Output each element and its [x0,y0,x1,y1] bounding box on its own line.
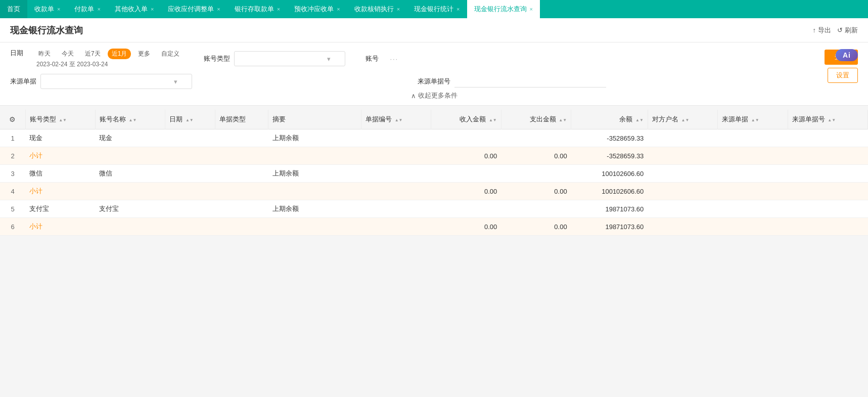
account-label: 账号 [366,54,386,63]
col-account-name[interactable]: 账号名称 ▲▼ [95,110,165,129]
cell-balance: -3528659.33 [571,147,648,165]
cell-doc-type [215,183,268,200]
close-icon[interactable]: × [97,6,100,12]
refresh-icon: ↺ [837,26,843,34]
cell-counterpart [648,218,717,236]
cell-expense: 0.00 [501,183,571,200]
cell-date [165,147,215,165]
cell-source-doc [718,165,788,183]
cell-income: 0.00 [431,218,501,236]
date-btn-custom[interactable]: 自定义 [157,49,184,59]
close-icon[interactable]: × [456,6,460,12]
cell-expense [501,165,571,183]
settings-button[interactable]: 设置 [828,68,858,83]
close-icon[interactable]: × [337,6,340,12]
col-settings[interactable]: ⚙ [0,110,25,129]
nav-item-qitashouru[interactable]: 其他收入单 × [108,0,161,18]
nav-home[interactable]: 首页 [0,0,27,18]
cell-source-doc [718,218,788,236]
col-doc-no[interactable]: 单据编号 ▲▼ [361,110,431,129]
col-counterpart[interactable]: 对方户名 ▲▼ [648,110,717,129]
cell-income [431,165,501,183]
export-label: 导出 [818,26,831,35]
cell-date [165,165,215,183]
sort-arrows: ▲▼ [395,118,403,122]
nav-item-shoukuanhesuozhixing[interactable]: 收款核销执行 × [347,0,407,18]
cell-summary [268,183,361,200]
cell-balance: 100102606.60 [571,165,648,183]
cell-income: 0.00 [431,147,501,165]
export-button[interactable]: ↑ 导出 [813,26,832,35]
date-range-display: 2023-02-24 至 2023-03-24 [36,60,184,69]
cell-counterpart [648,200,717,218]
nav-item-shoukuandan[interactable]: 收款单 × [27,0,67,18]
cell-source-doc [718,147,788,165]
column-settings-icon[interactable]: ⚙ [9,115,16,123]
table-row: 1现金现金上期余额-3528659.33 [0,129,868,147]
col-summary[interactable]: 摘要 [268,110,361,129]
cell-doc-no [361,147,431,165]
cell-income [431,129,501,147]
close-icon[interactable]: × [530,6,533,12]
table-row: 4小计0.000.00100102606.60 [0,183,868,200]
cell-counterpart [648,183,717,200]
sort-arrows: ▲▼ [681,118,689,122]
source-doc-no-input[interactable] [454,75,606,87]
nav-item-xianjinyinhang-tongji[interactable]: 现金银行统计 × [407,0,467,18]
page-title: 现金银行流水查询 [10,24,83,36]
cell-account-name [95,183,165,200]
col-date[interactable]: 日期 ▲▼ [165,110,215,129]
date-btn-7days[interactable]: 近7天 [81,49,105,59]
cell-doc-type [215,165,268,183]
filter-area: 日期 昨天 今天 近7天 近1月 更多 自定义 2023-02-24 至 202… [0,42,868,106]
cell-doc-no [361,165,431,183]
close-icon[interactable]: × [397,6,400,12]
cell-balance: 19871073.60 [571,200,648,218]
close-icon[interactable]: × [277,6,280,12]
cell-source-doc-no [788,183,867,200]
ai-badge[interactable]: Ai [836,49,858,61]
date-btn-yesterday[interactable]: 昨天 [34,49,55,59]
nav-label: 收款核销执行 [354,5,394,14]
cell-source-doc-no [788,165,867,183]
cell-summary: 上期余额 [268,165,361,183]
source-doc-no-section: 来源单据号 [418,75,815,87]
collapse-bar[interactable]: ∧ 收起更多条件 [10,89,858,100]
col-income[interactable]: 收入金额 ▲▼ [431,110,501,129]
nav-item-yingshouyingfu[interactable]: 应收应付调整单 × [161,0,227,18]
nav-item-fukuandan[interactable]: 付款单 × [67,0,107,18]
col-account-type[interactable]: 账号类型 ▲▼ [25,110,95,129]
cell-doc-no [361,200,431,218]
cell-account-type: 小计 [25,183,95,200]
nav-label: 应收应付调整单 [168,5,214,14]
cell-account-name: 微信 [95,165,165,183]
nav-home-label: 首页 [7,5,20,14]
cell-expense: 0.00 [501,218,571,236]
close-icon[interactable]: × [151,6,154,12]
col-balance[interactable]: 余额 ▲▼ [571,110,648,129]
col-source-doc-no[interactable]: 来源单据号 ▲▼ [788,110,867,129]
nav-item-yushouzhongyingshou[interactable]: 预收冲应收单 × [287,0,347,18]
date-btn-today[interactable]: 今天 [58,49,78,59]
account-type-select[interactable]: ▾ [234,51,345,66]
col-doc-type[interactable]: 单据类型 [215,110,268,129]
cell-account-type: 小计 [25,218,95,236]
nav-item-xianjinyinhang-liushui[interactable]: 现金银行流水查询 × [467,0,540,18]
cell-source-doc-no [788,218,867,236]
col-expense[interactable]: 支出金额 ▲▼ [501,110,571,129]
close-icon[interactable]: × [57,6,60,12]
cell-expense: 0.00 [501,147,571,165]
cell-balance: 19871073.60 [571,218,648,236]
nav-label: 现金银行流水查询 [474,5,527,14]
date-btn-1month[interactable]: 近1月 [108,49,131,59]
close-icon[interactable]: × [217,6,220,12]
dropdown-icon: ▾ [174,78,177,85]
nav-item-yinhangcunqu[interactable]: 银行存取款单 × [227,0,287,18]
source-doc-select[interactable]: ▾ [40,74,192,89]
cell-source-doc-no [788,200,867,218]
refresh-button[interactable]: ↺ 刷新 [837,26,858,35]
col-source-doc[interactable]: 来源单据 ▲▼ [718,110,788,129]
date-btn-more[interactable]: 更多 [134,49,154,59]
sort-arrows: ▲▼ [828,118,836,122]
account-dots[interactable]: ··· [390,55,398,63]
